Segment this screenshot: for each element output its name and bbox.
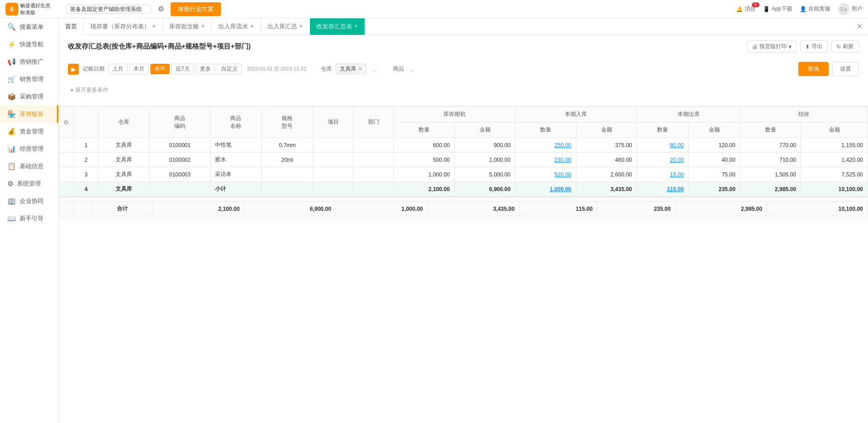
expand-conditions-button[interactable]: ▾ 展开更多条件 [68, 83, 111, 97]
sidebar-item-search[interactable]: 🔍 搜索菜单 [0, 18, 58, 36]
goods-more-btn[interactable]: ... [408, 66, 416, 72]
sidebar-label-newguide: 新手引导 [20, 214, 44, 223]
col-in-amt-header: 金额 [576, 122, 636, 138]
table-cell: 235.00 [689, 182, 741, 197]
sidebar-item-system[interactable]: ⚙ 系统管理 [0, 175, 58, 192]
tab-recv-send-summary[interactable]: 收发存汇总表 ✕ [310, 18, 365, 35]
date-btn-7days[interactable]: 近7天 [171, 64, 194, 74]
sidebar-item-enterprise[interactable]: 🏢 企业协同 [0, 192, 58, 210]
sidebar-item-sales[interactable]: 🛒 销售管理 [0, 71, 58, 88]
table-link[interactable]: 20.00 [670, 157, 684, 163]
table-link[interactable]: 230.00 [554, 157, 571, 163]
table-cell [59, 153, 74, 167]
tab-inventory-dist-close[interactable]: ✕ [152, 23, 156, 29]
tab-batch[interactable]: 库存批次账 ✕ [163, 18, 212, 35]
table-cell: 5,000.00 [454, 167, 515, 182]
table-link[interactable]: 115.00 [667, 186, 684, 192]
date-btn-more[interactable]: 更多 [196, 64, 215, 74]
inventory-icon: 🏪 [7, 110, 16, 118]
col-out-amt-header: 金额 [689, 122, 741, 138]
table-cell: 10,100.00 [801, 182, 868, 197]
export-button[interactable]: ⬆ 导出 [800, 40, 828, 53]
date-btn-custom[interactable]: 自定义 [217, 64, 242, 74]
sidebar-item-purchase[interactable]: 📦 采购管理 [0, 88, 58, 105]
tab-inout-summary[interactable]: 出入库汇总 ✕ [261, 18, 310, 35]
sidebar-item-operation[interactable]: 📊 经营管理 [0, 140, 58, 158]
table-cell: 1 [74, 138, 99, 153]
tab-home[interactable]: 首页 [59, 18, 84, 35]
tab-bar-close-button[interactable]: ✕ [851, 22, 868, 31]
date-btn-this-month[interactable]: 本月 [129, 64, 149, 74]
table-cell: 文具库 [99, 138, 149, 153]
print-button[interactable]: 🖨 拣货版打印 ▾ [747, 40, 796, 53]
notification-badge: 6 [752, 2, 759, 7]
sidebar-item-basic[interactable]: 📋 基础信息 [0, 158, 58, 175]
col-ending-amt-header: 金额 [801, 122, 868, 138]
col-no-header [74, 107, 99, 138]
table-cell [354, 153, 394, 167]
table-link[interactable]: 80.00 [670, 142, 684, 148]
date-btn-this-year[interactable]: 本年 [150, 64, 170, 74]
table-area: ⚙ 仓库 商品编码 商品名称 规格型号 项目 部门 库存期初 [59, 106, 868, 197]
service-icon: 👤 [800, 6, 807, 12]
tab-inventory-dist[interactable]: 现存量（库存分布表） ✕ [84, 18, 163, 35]
user-item[interactable]: Ea 用户 [838, 3, 862, 15]
sidebar-item-quicknav[interactable]: ⚡ 快捷导航 [0, 36, 58, 53]
tab-inout-summary-close[interactable]: ✕ [299, 23, 303, 29]
trial-button[interactable]: 体验行业方案 [171, 2, 221, 16]
table-cell[interactable]: 230.00 [515, 153, 576, 167]
system-selector[interactable]: 装备及固定资产辅助管理系统 [66, 5, 151, 14]
table-cell [354, 182, 394, 197]
sidebar-item-newguide[interactable]: 📖 新手引导 [0, 210, 58, 227]
table-cell[interactable]: 80.00 [637, 138, 689, 153]
table-cell: 1,420.00 [801, 153, 868, 167]
table-cell[interactable]: 1,000.00 [515, 182, 576, 197]
sidebar-item-inventory[interactable]: 🏪 库存核算 [0, 105, 58, 123]
table-link[interactable]: 520.00 [554, 171, 571, 178]
query-button[interactable]: 查询 [798, 62, 829, 76]
table-cell[interactable]: 520.00 [515, 167, 576, 182]
notification-item[interactable]: 🔔 消息 6 [736, 5, 756, 13]
table-cell[interactable]: 250.00 [515, 138, 576, 153]
online-service-item[interactable]: 👤 在线客服 [800, 5, 830, 13]
tab-bar: 首页 现存量（库存分布表） ✕ 库存批次账 ✕ 出入库流水 ✕ 出入库汇总 ✕ [59, 18, 868, 35]
tab-inout-flow[interactable]: 出入库流水 ✕ [212, 18, 261, 35]
col-goods-code-header: 商品编码 [149, 107, 210, 138]
bell-icon: 🔔 [736, 6, 743, 12]
warehouse-tag-close[interactable]: ✕ [358, 66, 362, 72]
basic-icon: 📋 [7, 162, 16, 170]
filter-settings-button[interactable]: 设置 [832, 62, 859, 76]
table-settings-col-header[interactable]: ⚙ [59, 107, 74, 138]
table-cell[interactable]: 15.00 [637, 167, 689, 182]
sidebar-label-enterprise: 企业协同 [20, 197, 44, 205]
expand-filter-button[interactable]: ▶ [68, 64, 79, 75]
table-cell [354, 138, 394, 153]
logo-text: 畅捷通好生意 标准版 [20, 2, 50, 16]
table-link[interactable]: 15.00 [670, 171, 684, 178]
table-cell[interactable]: 115.00 [637, 182, 689, 197]
table-link[interactable]: 1,000.00 [550, 186, 571, 192]
table-link[interactable]: 250.00 [554, 142, 571, 148]
sidebar-item-finance[interactable]: 💰 资金管理 [0, 123, 58, 140]
sidebar-label-system: 系统管理 [17, 180, 41, 188]
tab-recv-send-summary-close[interactable]: ✕ [354, 23, 358, 29]
sidebar-item-marketing[interactable]: 📢 营销推广 [0, 53, 58, 71]
tab-inventory-dist-label: 现存量（库存分布表） [90, 22, 150, 31]
page-content-area: 收发存汇总表(按仓库+商品编码+商品+规格型号+项目+部门) 🖨 拣货版打印 ▾… [59, 35, 868, 423]
table-cell: 460.00 [576, 153, 636, 167]
tab-batch-close[interactable]: ✕ [201, 23, 205, 29]
refresh-button[interactable]: ↻ 刷新 [831, 40, 859, 53]
date-btn-last-month[interactable]: 上月 [108, 64, 127, 74]
settings-icon[interactable]: ⚙ [158, 5, 164, 13]
search-icon: 🔍 [7, 23, 16, 31]
goods-filter-label: 商品 [393, 65, 404, 73]
gear-icon[interactable]: ⚙ [63, 119, 69, 126]
tab-inout-flow-close[interactable]: ✕ [250, 23, 254, 29]
table-cell: 3,435.00 [576, 182, 636, 197]
warehouse-more-btn[interactable]: ... [370, 66, 378, 72]
table-cell[interactable]: 20.00 [637, 153, 689, 167]
table-cell: 0100002 [149, 153, 210, 167]
main-content: 首页 现存量（库存分布表） ✕ 库存批次账 ✕ 出入库流水 ✕ 出入库汇总 ✕ [59, 18, 868, 423]
col-ending-header: 结存 [740, 107, 868, 122]
app-download-item[interactable]: 📱 App下载 [763, 5, 792, 13]
